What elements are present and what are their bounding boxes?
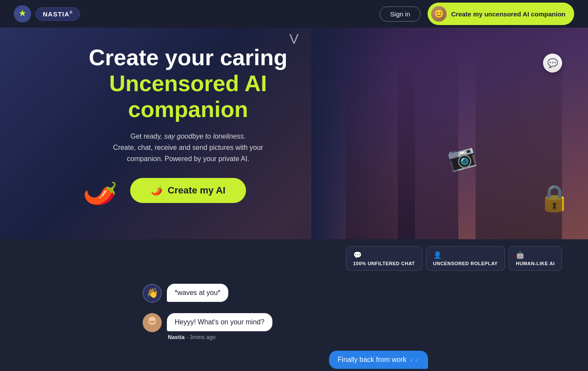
double-check-1: ✓✓ xyxy=(410,357,419,363)
badge-human-text: HUMAN-LIKE AI xyxy=(516,261,555,266)
navbar: NASTIA® Sign in 😊 Create my uncensored A… xyxy=(0,0,588,28)
cta-companion-label: Create my uncensored AI companion xyxy=(451,10,566,18)
logo-icon xyxy=(14,5,31,22)
create-ai-button[interactable]: 🌶️ Create my AI xyxy=(130,178,246,203)
subtitle-line2: Create, chat, receive and send pictures … xyxy=(113,144,263,151)
nastia-message-1: Heyyy! What's on your mind? Nastia - 3mi… xyxy=(167,313,272,340)
chat-text-wave: *waves at you* xyxy=(175,289,220,296)
sign-in-button[interactable]: Sign in xyxy=(380,6,421,22)
badge-chat-icon: 💬 xyxy=(353,251,362,259)
badge-roleplay-text: UNCENSORED ROLEPLAY xyxy=(433,261,498,266)
hero-section: V 💬 📷 🔒 Create your caring Uncensored AI… xyxy=(0,28,588,239)
navbar-right: Sign in 😊 Create my uncensored AI compan… xyxy=(380,3,574,25)
chat-bubble-user-1: Finally back from work ✓✓ xyxy=(329,351,428,369)
badge-human-icon: 🤖 xyxy=(516,251,524,259)
feature-badges: 💬 100% UNFILTERED CHAT 👤 UNCENSORED ROLE… xyxy=(0,239,588,271)
chat-row-nastia-1: Heyyy! What's on your mind? Nastia - 3mi… xyxy=(143,313,445,340)
chat-text-user-1: Finally back from work xyxy=(338,356,406,364)
hero-subtitle: Get ready, say goodbye to loneliness. Cr… xyxy=(76,131,300,164)
hero-image-area: 💬 📷 🔒 xyxy=(311,28,588,239)
badge-roleplay-icon: 👤 xyxy=(433,251,442,259)
chili-icon: 🌶️ xyxy=(151,185,163,196)
chat-section: 👋 *waves at you* Heyyy! What's on your m… xyxy=(143,271,445,371)
cta-avatar: 😊 xyxy=(431,6,447,22)
subtitle-line3: companion. Powered by your private AI. xyxy=(127,155,249,162)
hero-title-line3: companion xyxy=(76,97,300,123)
hero-title-line1: Create your caring xyxy=(76,45,300,71)
nastia-time-1: 3mins ago xyxy=(190,334,216,340)
chat-bubble-nastia-1: Heyyy! What's on your mind? xyxy=(167,313,272,331)
hero-title-line2: Uncensored AI xyxy=(76,71,300,97)
badge-roleplay: 👤 UNCENSORED ROLEPLAY xyxy=(426,246,505,271)
wave-avatar: 👋 xyxy=(143,284,162,303)
brand-badge: NASTIA® xyxy=(35,7,80,21)
navbar-left: NASTIA® xyxy=(14,5,80,22)
create-ai-label: Create my AI xyxy=(168,185,226,196)
hero-content: Create your caring Uncensored AI compani… xyxy=(76,28,300,220)
badge-human-like: 🤖 HUMAN-LIKE AI xyxy=(508,246,562,271)
chat-bubble-wave: *waves at you* xyxy=(167,284,228,302)
subtitle-part2: . xyxy=(244,133,246,140)
nastia-avatar-1 xyxy=(143,313,162,332)
badge-unfiltered-chat: 💬 100% UNFILTERED CHAT xyxy=(346,246,422,271)
chat-meta-nastia-1: Nastia - 3mins ago xyxy=(167,334,272,340)
subtitle-italic: say goodbye to loneliness xyxy=(164,133,244,140)
chat-text-nastia-1: Heyyy! What's on your mind? xyxy=(175,318,265,326)
badge-chat-text: 100% UNFILTERED CHAT xyxy=(353,261,415,266)
subtitle-part1: Get ready, xyxy=(131,133,164,140)
chat-row-user-1: Finally back from work ✓✓ xyxy=(143,351,445,369)
chat-row-wave: 👋 *waves at you* xyxy=(143,284,445,303)
nastia-name-1: Nastia xyxy=(168,334,185,340)
cta-companion-button[interactable]: 😊 Create my uncensored AI companion xyxy=(428,3,574,25)
